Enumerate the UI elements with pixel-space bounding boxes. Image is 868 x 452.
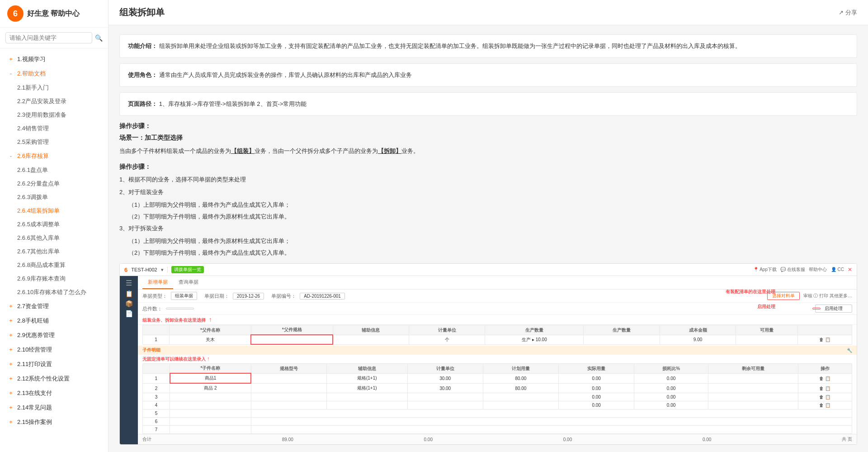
search-box: 🔍 bbox=[0, 28, 108, 48]
path-text: 1、库存核算->库存管理->组装拆卸单 2、首页->常用功能 bbox=[159, 100, 307, 107]
collapse-icon: - bbox=[7, 70, 14, 77]
mock-upper-table: *父件名称 *父件规格 辅助信息 计量单位 生产数量 生产数量 成本金额 可用量 bbox=[142, 325, 852, 345]
sidebar-item-account-wrong[interactable]: 2.6.10库存账本错了怎么办 bbox=[0, 285, 108, 299]
mock-sub-td-name4 bbox=[170, 401, 251, 409]
mock-top-icons: 📍 App下载 💬 在线客服 帮助中心 👤 CC bbox=[753, 266, 844, 273]
mock-sub-td-num: 1 bbox=[143, 373, 170, 383]
sidebar-item-sales[interactable]: 2.4销售管理 bbox=[0, 122, 108, 135]
mock-sub-td-name2: 商品 2 bbox=[170, 383, 251, 393]
sidebar-item-custom[interactable]: + 2.12系统个性化设置 bbox=[0, 371, 108, 386]
mock-sub-td-name5 bbox=[170, 409, 251, 418]
mock-logo: 6 bbox=[124, 266, 127, 273]
mock-sub-td-aux4 bbox=[326, 401, 407, 409]
sidebar-item-other-in[interactable]: 2.6.6其他入库单 bbox=[0, 231, 108, 245]
sidebar-item-install[interactable]: 2.2产品安装及登录 bbox=[0, 95, 108, 108]
mock-td-aux bbox=[333, 335, 409, 344]
mock-date-label: 单据日期： bbox=[204, 293, 229, 300]
mock-docno-label: 单据编号： bbox=[271, 293, 296, 300]
sidebar-item-video[interactable]: + 1.视频学习 bbox=[0, 52, 108, 67]
sidebar-item-inventory[interactable]: - 2.6库存核算 bbox=[0, 149, 108, 163]
mock-sub-td-unit4 bbox=[407, 401, 483, 409]
mock-sub-th-aux: 辅助信息 bbox=[326, 364, 407, 374]
sidebar-item-assembly[interactable]: 2.6.4组装拆卸单 bbox=[0, 204, 108, 218]
sidebar-item-label: 2.9优惠券管理 bbox=[17, 331, 55, 339]
collapse-icon: - bbox=[7, 152, 14, 160]
path-label: 页面路径： bbox=[128, 100, 157, 107]
mock-td-num: 1 bbox=[143, 335, 170, 344]
mock-sub-td-spec4 bbox=[251, 401, 326, 409]
sidebar-item-new-user[interactable]: 2.1新手入门 bbox=[0, 81, 108, 95]
sidebar-item-data-prep[interactable]: 2.3使用前数据准备 bbox=[0, 108, 108, 122]
sidebar-item-cases[interactable]: + 2.15操作案例 bbox=[0, 415, 108, 429]
mock-sub-th-spec: 规格型号 bbox=[251, 364, 326, 374]
share-icon: ↗ bbox=[839, 9, 844, 16]
arrow-icon: ↑ bbox=[209, 316, 212, 323]
mock-app-code: TEST-H002 bbox=[131, 267, 157, 272]
mock-bottom-pages: 共 页 bbox=[842, 436, 852, 442]
intro-block: 功能介绍： 组装拆卸单用来处理企业组装或拆卸等加工业务，支持有固定装配清单的产品… bbox=[119, 34, 857, 58]
mock-sub-td-spec2 bbox=[251, 383, 326, 393]
mock-sidebar-icon4: 📄 bbox=[125, 310, 133, 317]
sidebar-item-coupon[interactable]: + 2.9优惠券管理 bbox=[0, 328, 108, 343]
mock-sub-row3: 3 0.00 0.00 🗑 bbox=[143, 393, 852, 401]
sidebar-item-inventory-check[interactable]: 2.6.1盘点单 bbox=[0, 163, 108, 177]
sidebar-item-other-out[interactable]: 2.6.7其他出库单 bbox=[0, 245, 108, 258]
sidebar-item-cost-reset[interactable]: 2.6.8商品成本重算 bbox=[0, 258, 108, 272]
sidebar-item-mobile[interactable]: + 2.8手机旺铺 bbox=[0, 314, 108, 328]
mock-sidebar-icon1: ☰ bbox=[126, 279, 132, 287]
mock-sub-td-num6: 6 bbox=[143, 418, 170, 426]
share-button[interactable]: ↗ 分享 bbox=[839, 9, 857, 17]
mock-sub-th-name: *子件名称 bbox=[170, 364, 251, 374]
sidebar-item-online-pay[interactable]: + 2.13在线支付 bbox=[0, 386, 108, 400]
mock-tab-new[interactable]: 新增单据 bbox=[142, 276, 173, 289]
sidebar-item-faq[interactable]: + 2.14常见问题 bbox=[0, 400, 108, 415]
search-input[interactable] bbox=[5, 32, 92, 43]
mock-docno-field[interactable]: AD-20191226-001 bbox=[300, 293, 345, 300]
role-text: 通常由生产人员或库管人员完成拆装业务的操作，库管人员确认原材料的出库和产成品的入… bbox=[159, 71, 412, 78]
sidebar-item-cost-adj[interactable]: 2.6.5成本调整单 bbox=[0, 218, 108, 231]
search-icon[interactable]: 🔍 bbox=[95, 34, 103, 42]
mock-sub-td-remain4 bbox=[708, 401, 798, 409]
mock-doc-type-field[interactable]: 组装单据 bbox=[171, 292, 197, 300]
mock-sub-td-spec bbox=[251, 373, 326, 383]
sidebar-item-label: 2.6库存核算 bbox=[17, 152, 49, 160]
mock-sub-td-aux: 规格(1+1) bbox=[326, 373, 407, 383]
sidebar-item-label: 2.15操作案例 bbox=[17, 418, 52, 426]
mock-close-icon[interactable]: ✕ bbox=[848, 266, 852, 273]
mock-tab-query[interactable]: 查询单据 bbox=[173, 276, 204, 289]
sidebar-item-adjust[interactable]: 2.6.3调拨单 bbox=[0, 190, 108, 204]
page-title: 组装拆卸单 bbox=[119, 6, 165, 19]
mock-sub-td-name3 bbox=[170, 393, 251, 401]
mock-sub-td-remain3 bbox=[708, 393, 798, 401]
role-label: 使用角色： bbox=[128, 71, 157, 78]
mock-td-parent-spec bbox=[251, 335, 333, 344]
mock-date-field[interactable]: 2019-12-26 bbox=[233, 293, 264, 300]
mock-th-spec: *父件规格 bbox=[251, 325, 333, 335]
expand-icon: + bbox=[7, 56, 14, 63]
sidebar-item-purchase[interactable]: 2.5采购管理 bbox=[0, 135, 108, 149]
mock-sub-td-num3: 3 bbox=[143, 393, 170, 401]
mock-count-field[interactable] bbox=[166, 308, 194, 309]
arrow-icon2: ↑ bbox=[207, 356, 210, 362]
sidebar-item-print[interactable]: + 2.11打印设置 bbox=[0, 357, 108, 371]
annotation-text-2: 组装业务、拆卸业务在这里选择 bbox=[142, 318, 206, 323]
step2-sub1: （1）上部明细为父件明细，最终作为产成品生成其它入库单； bbox=[128, 200, 857, 210]
mock-section-action: 🔧 bbox=[847, 348, 852, 353]
mock-td-cost: 9.00 bbox=[660, 335, 736, 344]
mock-bottom-total-label: 合计 bbox=[142, 436, 151, 442]
sidebar-item-finance[interactable]: + 2.7资金管理 bbox=[0, 299, 108, 314]
mock-th-cost: 成本金额 bbox=[660, 325, 736, 335]
sidebar-item-operations[interactable]: + 2.10经营管理 bbox=[0, 343, 108, 357]
sidebar-item-docs[interactable]: - 2.帮助文档 bbox=[0, 67, 108, 81]
mock-bottom-val4: 0.00 bbox=[703, 437, 711, 442]
intro-label: 功能介绍： bbox=[128, 43, 157, 49]
annotation-text-4: 启用处理 bbox=[757, 304, 775, 310]
mock-process-btn[interactable]: 启用处理 bbox=[815, 305, 852, 313]
expand-icon: + bbox=[7, 361, 14, 368]
mock-sub-td-plan4 bbox=[483, 401, 558, 409]
sidebar-item-inventory-check2[interactable]: 2.6.9库存账本查询 bbox=[0, 272, 108, 285]
mock-left-sidebar: ☰ 📋 📦 📄 bbox=[120, 276, 138, 444]
mock-sidebar-icon3: 📦 bbox=[125, 300, 133, 307]
sidebar-item-split-check[interactable]: 2.6.2分量盘点单 bbox=[0, 177, 108, 190]
mock-sub-td-name7 bbox=[170, 426, 251, 434]
